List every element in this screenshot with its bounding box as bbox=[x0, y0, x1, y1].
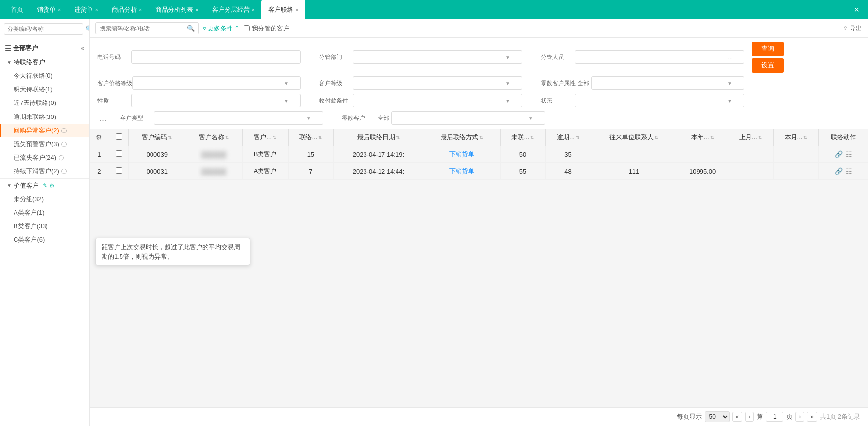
nav-customer-ops[interactable]: 客户分层经营 × bbox=[205, 0, 261, 19]
customer-grade-field: 客户等级 ▼ bbox=[319, 76, 522, 90]
sidebar-item-declining[interactable]: 持续下滑客户(2) ⓘ bbox=[0, 164, 89, 178]
action-link-icon-2[interactable]: 🔗 bbox=[835, 167, 843, 175]
main-search-icon[interactable]: 🔍 bbox=[187, 25, 195, 32]
sidebar-collapse-btn[interactable]: « bbox=[81, 45, 84, 52]
gender-select[interactable]: ▼ bbox=[131, 94, 301, 107]
sidebar-item-tomorrow[interactable]: 明天待联络(1) bbox=[0, 83, 89, 96]
customer-type-select[interactable]: ▼ bbox=[154, 111, 323, 125]
per-page-select[interactable]: 50 20 100 bbox=[705, 411, 730, 422]
sidebar-item-class-c[interactable]: C类客户(6) bbox=[0, 233, 89, 247]
more-conditions-btn[interactable]: ▿ 更多条件 ⌃ bbox=[203, 24, 240, 33]
payment-select[interactable]: ▼ bbox=[353, 94, 522, 107]
action-link-icon-1[interactable]: 🔗 bbox=[835, 150, 843, 158]
dept-select[interactable]: ▼ bbox=[353, 50, 522, 64]
sidebar-value-group[interactable]: ▼ 价值客户 ✎ ⚙ bbox=[0, 179, 89, 192]
td-person-2: 111 bbox=[591, 163, 677, 180]
query-button[interactable]: 查询 bbox=[752, 42, 784, 56]
th-gear: ⚙ bbox=[90, 129, 109, 146]
table-scroll-area[interactable]: 距客户上次交易时长，超过了此客户的平均交易周期的1.5倍，则视为异常。 ⚙ 客户 bbox=[90, 129, 868, 407]
nav-home[interactable]: 首页 bbox=[4, 0, 30, 19]
customer-name-1: ██████ bbox=[201, 151, 226, 158]
sidebar-search-icon[interactable]: 🔍 bbox=[85, 25, 90, 33]
sort-icon-code: ⇅ bbox=[168, 135, 172, 140]
td-index-2: 2 bbox=[90, 163, 109, 180]
sidebar-item-class-a[interactable]: A类客户(1) bbox=[0, 206, 89, 220]
customer-grade-label: 客户等级 bbox=[319, 79, 353, 88]
phone-input[interactable] bbox=[131, 50, 301, 64]
payment-label: 收付款条件 bbox=[319, 97, 353, 105]
td-date-1: 2023-04-17 14:19: bbox=[334, 146, 424, 163]
retail-label: 零散客户 bbox=[342, 114, 376, 122]
td-thismonth-1 bbox=[773, 146, 819, 163]
td-count-1: 15 bbox=[288, 146, 334, 163]
main-search-input[interactable] bbox=[100, 25, 187, 32]
nav-customer-contact[interactable]: 客户联络 × bbox=[261, 0, 305, 19]
contact-method-link-1[interactable]: 下销货单 bbox=[449, 150, 474, 158]
value-edit-icon[interactable]: ✎ bbox=[43, 182, 47, 189]
row-checkbox-1[interactable] bbox=[116, 150, 122, 157]
sidebar-item-unclassified[interactable]: 未分组(32) bbox=[0, 192, 89, 206]
settings-button[interactable]: 设置 bbox=[752, 58, 784, 73]
nav-product-analysis[interactable]: 商品分析 × bbox=[105, 0, 149, 19]
th-last-contact-date: 最后联络日期 ⇅ bbox=[334, 129, 424, 146]
page-input[interactable] bbox=[766, 412, 783, 422]
sort-icon-type: ⇅ bbox=[273, 135, 276, 140]
nav-sales-close[interactable]: × bbox=[58, 0, 61, 19]
table-settings-icon[interactable]: ⚙ bbox=[96, 133, 102, 141]
nav-purchase-close[interactable]: × bbox=[95, 0, 98, 19]
sidebar-item-overdue[interactable]: 逾期未联络(30) bbox=[0, 110, 89, 124]
next-page-btn[interactable]: › bbox=[795, 412, 804, 422]
nav-purchase[interactable]: 进货单 × bbox=[67, 0, 105, 19]
retail-attr-select[interactable]: ▼ bbox=[591, 76, 744, 90]
customer-grade-select[interactable]: ▼ bbox=[353, 76, 522, 90]
retail-select[interactable]: ▼ bbox=[391, 111, 545, 125]
td-date-2: 2023-04-12 14:44: bbox=[334, 163, 424, 180]
export-btn[interactable]: ⇪ 导出 bbox=[843, 24, 862, 33]
customer-type-arrow: ▼ bbox=[306, 116, 311, 121]
sidebar-item-churned[interactable]: 已流失客户(24) ⓘ bbox=[0, 151, 89, 164]
window-close[interactable]: × bbox=[849, 5, 864, 15]
sidebar-item-today[interactable]: 今天待联络(0) bbox=[0, 69, 89, 83]
sidebar-item-7days[interactable]: 近7天待联络(0) bbox=[0, 96, 89, 110]
filter-icon: ▿ bbox=[203, 25, 206, 32]
price-grade-arrow: ▼ bbox=[284, 81, 289, 86]
value-settings-icon[interactable]: ⚙ bbox=[49, 182, 55, 189]
sidebar-item-churn-warning[interactable]: 流失预警客户(3) ⓘ bbox=[0, 137, 89, 151]
row-checkbox-2[interactable] bbox=[116, 167, 122, 174]
data-table: ⚙ 客户编码 ⇅ 客户名称 bbox=[90, 129, 868, 180]
td-actions-1: 🔗 ☷ bbox=[819, 146, 868, 163]
customer-grade-arrow: ▼ bbox=[505, 81, 510, 86]
nav-customer-ops-close[interactable]: × bbox=[252, 0, 255, 19]
my-customers-input[interactable] bbox=[244, 25, 250, 31]
sidebar-all-customers[interactable]: ☰ 全部客户 « bbox=[0, 41, 89, 56]
action-grid-icon-1[interactable]: ☷ bbox=[846, 150, 852, 158]
prev-page-btn[interactable]: ‹ bbox=[745, 412, 754, 422]
status-select[interactable]: ▼ bbox=[575, 94, 744, 107]
sidebar-item-abnormal-repurchase[interactable]: 回购异常客户(2) ⓘ bbox=[0, 124, 89, 137]
td-year-2: 10995.00 bbox=[677, 163, 728, 180]
more-dots[interactable]: ... bbox=[99, 113, 107, 123]
price-grade-select[interactable]: ▼ bbox=[132, 76, 301, 90]
last-page-btn[interactable]: » bbox=[807, 412, 817, 422]
nav-product-list-close[interactable]: × bbox=[195, 0, 198, 19]
nav-product-list[interactable]: 商品分析列表 × bbox=[149, 0, 205, 19]
pagination-bar: 每页显示 50 20 100 « ‹ 第 页 › » 共1页 2条记录 bbox=[90, 407, 868, 426]
page-of-label: 页 bbox=[786, 412, 792, 421]
sort-icon-thismonth: ⇅ bbox=[803, 135, 807, 140]
retail-arrow: ▼ bbox=[528, 116, 533, 121]
th-overdue: 逾期... ⇅ bbox=[546, 129, 591, 146]
help-icon-churned: ⓘ bbox=[59, 155, 64, 161]
contact-method-link-2[interactable]: 下销货单 bbox=[449, 167, 474, 175]
nav-sales[interactable]: 销货单 × bbox=[30, 0, 67, 19]
nav-product-analysis-close[interactable]: × bbox=[139, 0, 142, 19]
price-grade-label: 客户价格等级 bbox=[97, 79, 132, 88]
first-page-btn[interactable]: « bbox=[732, 412, 743, 422]
action-grid-icon-2[interactable]: ☷ bbox=[846, 167, 852, 175]
table-select-all[interactable] bbox=[116, 133, 122, 140]
manager-select[interactable]: ... bbox=[575, 50, 744, 64]
sidebar-item-class-b[interactable]: B类客户(33) bbox=[0, 220, 89, 233]
retail-attr-inline-label: 全部 bbox=[578, 79, 589, 88]
sidebar-pending-group[interactable]: ▼ 待联络客户 bbox=[0, 56, 89, 69]
nav-customer-contact-close[interactable]: × bbox=[295, 0, 298, 19]
sidebar-search-input[interactable] bbox=[4, 23, 83, 35]
